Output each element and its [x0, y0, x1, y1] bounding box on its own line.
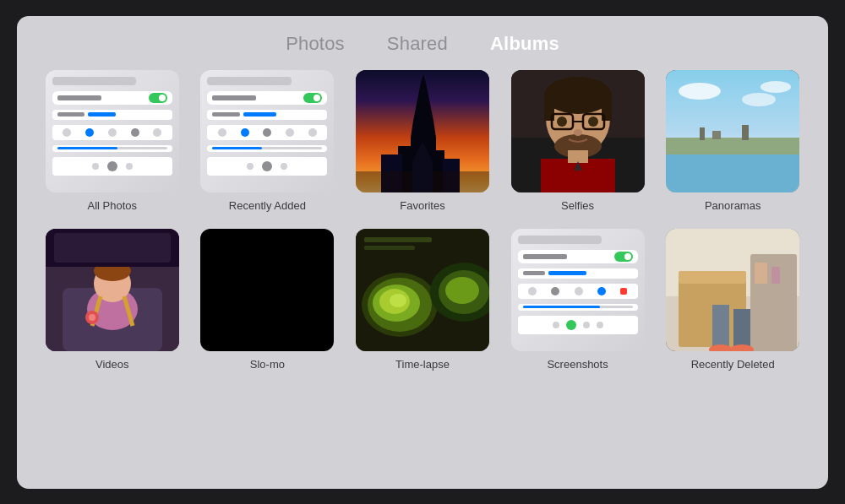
svg-point-52: [445, 277, 479, 304]
svg-rect-54: [364, 246, 415, 250]
album-label-slo-mo: Slo-mo: [250, 358, 285, 371]
album-thumb-selfies: [511, 70, 645, 192]
album-thumb-favorites: [356, 70, 489, 192]
album-label-screenshots: Screenshots: [547, 358, 608, 371]
svg-rect-28: [742, 125, 749, 140]
svg-rect-65: [771, 267, 780, 284]
tv-frame: Photos Shared Albums: [17, 16, 828, 489]
album-time-lapse[interactable]: Time-lapse: [352, 229, 493, 371]
svg-rect-53: [364, 237, 432, 242]
album-thumb-panoramas: [666, 70, 799, 192]
album-label-recently-deleted: Recently Deleted: [691, 358, 775, 371]
tab-shared[interactable]: Shared: [387, 33, 448, 55]
album-label-panoramas: Panoramas: [705, 199, 760, 212]
svg-point-41: [89, 314, 95, 321]
album-label-recently-added: Recently Added: [229, 199, 306, 212]
album-favorites[interactable]: Favorites: [352, 70, 493, 212]
album-thumb-recently-deleted: [666, 229, 799, 351]
tab-albums[interactable]: Albums: [490, 33, 559, 55]
album-screenshots[interactable]: Screenshots: [508, 229, 648, 371]
svg-point-17: [557, 117, 567, 127]
tab-photos[interactable]: Photos: [286, 33, 345, 55]
album-all-photos[interactable]: All Photos: [42, 70, 183, 212]
svg-rect-27: [712, 131, 721, 139]
album-thumb-screenshots: [511, 229, 645, 351]
svg-rect-60: [712, 305, 729, 351]
svg-rect-6: [356, 171, 489, 192]
svg-point-18: [588, 117, 598, 127]
album-label-favorites: Favorites: [400, 199, 444, 212]
svg-rect-21: [568, 150, 588, 163]
album-thumb-videos: [46, 229, 179, 351]
album-selfies[interactable]: Selfies: [508, 70, 648, 212]
svg-point-19: [574, 129, 582, 136]
svg-rect-26: [700, 127, 705, 140]
svg-point-31: [760, 81, 791, 93]
svg-point-49: [390, 294, 406, 307]
album-label-all-photos: All Photos: [88, 199, 138, 212]
svg-point-30: [742, 93, 776, 106]
album-recently-added[interactable]: Recently Added: [198, 70, 338, 212]
album-label-timelapse: Time-lapse: [395, 358, 450, 371]
album-thumb-slomo: [200, 229, 334, 351]
svg-rect-25: [666, 138, 799, 154]
svg-rect-64: [755, 263, 767, 284]
album-thumb-timelapse: [356, 229, 489, 351]
album-slo-mo[interactable]: Slo-mo: [198, 229, 338, 371]
albums-grid: All Photos: [42, 70, 803, 371]
album-videos[interactable]: Videos: [42, 229, 183, 371]
album-panoramas[interactable]: Panoramas: [662, 70, 803, 212]
album-label-selfies: Selfies: [561, 199, 594, 212]
svg-rect-24: [666, 150, 799, 192]
svg-rect-43: [54, 233, 171, 263]
tab-bar: Photos Shared Albums: [286, 16, 559, 70]
album-thumb-recently-added: [200, 70, 334, 192]
album-label-videos: Videos: [95, 358, 129, 371]
svg-point-29: [679, 83, 721, 100]
svg-rect-58: [679, 271, 746, 284]
album-thumb-all-photos: [46, 70, 179, 192]
album-recently-deleted[interactable]: Recently Deleted: [662, 229, 803, 371]
